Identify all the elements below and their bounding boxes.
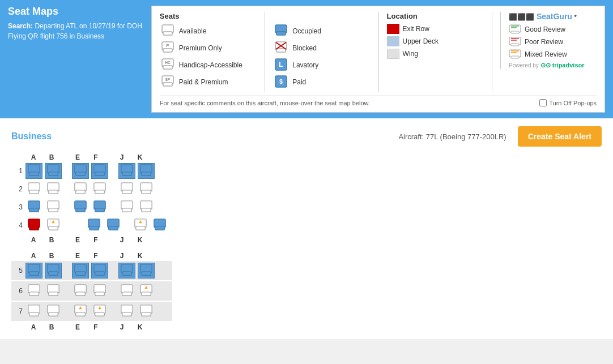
popup-toggle[interactable]: Turn Off Pop-ups (539, 99, 597, 106)
seat-7E[interactable] (72, 303, 89, 319)
seat-4J[interactable] (132, 217, 149, 233)
legend-paid-premium: $P Paid & Premium (160, 75, 257, 89)
seat-4A[interactable] (25, 217, 42, 233)
svg-rect-9 (163, 83, 172, 86)
seat-6B[interactable] (45, 283, 62, 299)
seat-6A[interactable] (25, 283, 42, 299)
svg-rect-50 (76, 190, 86, 194)
svg-rect-113 (76, 312, 86, 316)
search-line1: Departing ATL on 10/27/19 for DOH (35, 22, 142, 30)
upper-deck-label: Upper Deck (403, 37, 439, 45)
popup-checkbox[interactable] (539, 99, 547, 106)
col-s2-footer-K: K (131, 323, 148, 331)
seat-3A[interactable] (25, 199, 42, 215)
seat-4E[interactable] (86, 217, 103, 233)
row-num-2: 2 (11, 185, 25, 193)
seat-7B[interactable] (45, 303, 62, 319)
paid-label: Paid (292, 78, 306, 86)
seat-row-2: 2 (11, 181, 172, 198)
svg-rect-58 (29, 208, 39, 212)
seat-7J[interactable] (118, 303, 135, 319)
svg-rect-3 (163, 49, 172, 52)
svg-rect-79 (136, 226, 146, 230)
svg-rect-14 (276, 49, 286, 52)
powered-by: Powered by ⊙⊙ tripadvisor (509, 62, 597, 69)
seatguru-logo: ⬛⬛⬛ SeatGuru * (509, 12, 597, 21)
seats-legend: Seats Available P Premium Only (160, 12, 257, 92)
legend-lavatory: L Lavatory (273, 58, 370, 72)
svg-text:P: P (166, 43, 169, 48)
seat-row-3: 3 (11, 199, 172, 216)
col-header-F: F (87, 153, 104, 161)
svg-rect-54 (122, 190, 132, 194)
legend-available: Available (160, 24, 257, 38)
seat-2J[interactable] (118, 181, 135, 197)
seat-6K[interactable] (138, 283, 155, 299)
seat-1B[interactable] (45, 163, 62, 179)
premium-label: Premium Only (179, 44, 222, 52)
seat-1F[interactable] (91, 163, 108, 179)
header-left: Seat Maps Search: Departing ATL on 10/27… (8, 6, 151, 113)
seat-4B[interactable] (45, 217, 62, 233)
svg-rect-64 (95, 208, 105, 212)
svg-rect-100 (76, 292, 86, 296)
seat-row-6: 6 (11, 281, 172, 301)
seat-5F[interactable] (91, 263, 108, 279)
seat-3F[interactable] (91, 199, 108, 215)
seat-2K[interactable] (138, 181, 155, 197)
seat-5B[interactable] (45, 263, 62, 279)
seat-3J[interactable] (118, 199, 135, 215)
seat-1A[interactable] (25, 163, 42, 179)
row-num-3: 3 (11, 203, 25, 211)
seat-3K[interactable] (138, 199, 155, 215)
col-header-K: K (131, 153, 148, 161)
col-footer-J: J (113, 236, 130, 244)
col-header-B: B (43, 153, 60, 161)
seat-5A[interactable] (25, 263, 42, 279)
location-legend: Location Exit Row Upper Deck Wing (387, 12, 484, 61)
seat-2B[interactable] (45, 181, 62, 197)
seat-2F[interactable] (91, 181, 108, 197)
seat-5K[interactable] (138, 263, 155, 279)
handicap-label: Handicap-Accessible (179, 61, 242, 69)
col-footer-K: K (131, 236, 148, 244)
legend-mixed-review: Mixed Review (509, 49, 597, 59)
seat-7F[interactable] (91, 303, 108, 319)
col-footer-E: E (69, 236, 86, 244)
seat-1K[interactable] (138, 163, 155, 179)
col-s2-footer-J: J (113, 323, 130, 331)
svg-rect-96 (29, 292, 39, 296)
seat-7A[interactable] (25, 303, 42, 319)
create-seat-alert-button[interactable]: Create Seat Alert (518, 126, 602, 147)
seat-7K[interactable] (138, 303, 155, 319)
svg-rect-84 (29, 272, 39, 275)
seat-4-empty (66, 217, 83, 233)
row-num-4: 4 (11, 221, 25, 229)
seat-2A[interactable] (25, 181, 42, 197)
section-title: Business (11, 131, 52, 142)
wing-color (387, 49, 399, 59)
legend-paid: $ Paid (273, 75, 370, 89)
col-s2-footer-E: E (69, 323, 86, 331)
svg-rect-30 (511, 56, 519, 58)
svg-text:$: $ (279, 78, 283, 85)
seat-6F[interactable] (91, 283, 108, 299)
seat-3E[interactable] (72, 199, 89, 215)
seat-2E[interactable] (72, 181, 89, 197)
seat-1E[interactable] (72, 163, 89, 179)
seat-5J[interactable] (118, 263, 135, 279)
seat-row-5: 5 (11, 261, 172, 280)
seat-3B[interactable] (45, 199, 62, 215)
seat-6J[interactable] (118, 283, 135, 299)
svg-rect-116 (95, 312, 105, 316)
col-headers-top: A B E F J K (11, 153, 172, 161)
col-s2-footer-A: A (25, 323, 42, 331)
seat-5E[interactable] (72, 263, 89, 279)
search-line2: Flying QR flight 756 in Business (8, 32, 104, 40)
seat-6E[interactable] (72, 283, 89, 299)
seat-4F[interactable] (105, 217, 122, 233)
seat-4K[interactable] (151, 217, 168, 233)
svg-rect-90 (95, 272, 105, 275)
occupied-label: Occupied (292, 27, 321, 35)
seat-1J[interactable] (118, 163, 135, 179)
